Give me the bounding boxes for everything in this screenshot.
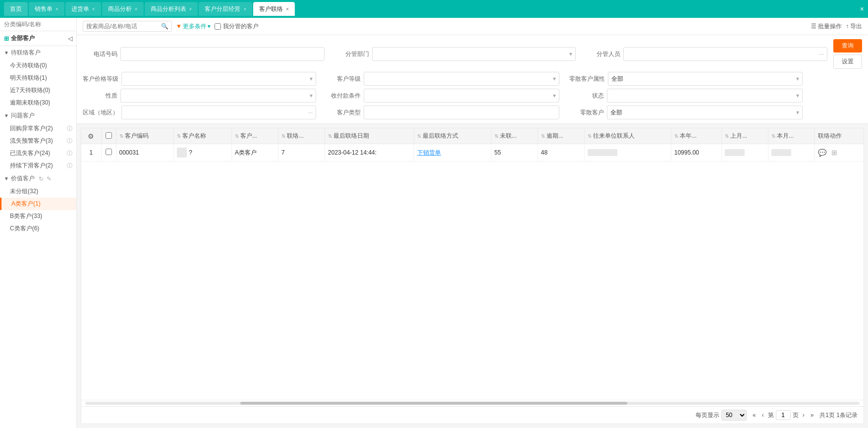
export-button[interactable]: ↑ 导出 xyxy=(846,22,862,31)
sidebar-group-value[interactable]: ▼ 价值客户 ↻ ✎ xyxy=(0,172,76,185)
contact-action-more-icon[interactable]: ⊞ xyxy=(831,149,837,157)
settings-button[interactable]: 设置 xyxy=(833,54,862,69)
filter-more-button[interactable]: ▼ 更多条件 ▾ xyxy=(176,22,211,31)
filter-search-box[interactable]: 🔍 xyxy=(83,21,172,32)
sidebar-item-c-class[interactable]: C类客户(6) xyxy=(0,222,76,235)
tab-customer-contact-close[interactable]: × xyxy=(286,6,289,12)
sidebar-item-tomorrow-pending[interactable]: 明天待联络(1) xyxy=(0,72,76,84)
tab-goods-analysis-list-close[interactable]: × xyxy=(189,6,192,12)
filter-retail-customer-select[interactable]: 全部 ▾ xyxy=(607,106,803,119)
th-gear[interactable]: ⚙ xyxy=(81,128,101,144)
th-last-month[interactable]: ⇅ 上月... xyxy=(722,128,768,144)
filter-payment-select[interactable]: ▾ xyxy=(364,89,559,103)
th-overdue[interactable]: ⇅ 逾期... xyxy=(538,128,584,144)
my-customers-filter[interactable]: 我分管的客户 xyxy=(215,22,259,31)
tab-purchase-close[interactable]: × xyxy=(92,6,95,12)
sidebar-item-today-pending[interactable]: 今天待联络(0) xyxy=(0,59,76,72)
my-customers-checkbox[interactable] xyxy=(215,23,221,30)
info-icon-2[interactable]: ⓘ xyxy=(67,137,72,145)
th-customer-name[interactable]: ⇅ 客户名称 xyxy=(174,128,232,144)
th-no-contact[interactable]: ⇅ 未联... xyxy=(491,128,538,144)
tab-goods-analysis-close[interactable]: × xyxy=(135,6,138,12)
row-checkbox[interactable] xyxy=(106,149,112,155)
sidebar-item-7days-pending[interactable]: 近7天待联络(0) xyxy=(0,84,76,97)
value-group-refresh[interactable]: ↻ xyxy=(39,175,44,182)
value-group-edit[interactable]: ✎ xyxy=(47,175,52,182)
query-button[interactable]: 查询 xyxy=(833,39,862,53)
th-unit-contact[interactable]: ⇅ 往来单位联系人 xyxy=(584,128,671,144)
sidebar-item-b-class[interactable]: B类客户(33) xyxy=(0,210,76,222)
last-page-button[interactable]: » xyxy=(809,411,816,420)
filter-price-level-select[interactable]: ▾ xyxy=(121,72,316,86)
tab-customer-segment-close[interactable]: × xyxy=(243,6,246,12)
filter-customer-type-input[interactable] xyxy=(364,106,559,119)
tab-goods-analysis-list[interactable]: 商品分析列表 × xyxy=(145,2,198,16)
cell-last-contact-method[interactable]: 下销货单 xyxy=(414,144,491,161)
th-customer-type[interactable]: ⇅ 客户... xyxy=(231,128,278,144)
sidebar-group-problem[interactable]: ▼ 问题客户 xyxy=(0,109,76,122)
th-contact-action[interactable]: 联络动作 xyxy=(815,128,864,144)
cell-customer-code: 000031 xyxy=(116,144,174,161)
sidebar-item-declining[interactable]: 持续下滑客户(2) ⓘ xyxy=(0,160,76,172)
th-last-contact-method[interactable]: ⇅ 最后联络方式 xyxy=(414,128,491,144)
sidebar-group-pending[interactable]: ▼ 待联络客户 xyxy=(0,46,76,59)
sidebar-item-a-class[interactable]: A类客户(1) xyxy=(0,198,76,210)
filter-search-input[interactable] xyxy=(86,23,159,30)
page-number-input[interactable] xyxy=(776,410,791,420)
tab-customer-contact[interactable]: 客户联络 × xyxy=(253,2,295,16)
tab-goods-analysis[interactable]: 商品分析 × xyxy=(102,2,144,16)
last-contact-method-link[interactable]: 下销货单 xyxy=(417,149,441,156)
sidebar-item-churned[interactable]: 已流失客户(24) ⓘ xyxy=(0,147,76,160)
sidebar-all-customers-header: ⊞ 全部客户 ◁ xyxy=(0,31,76,46)
tab-sales-close[interactable]: × xyxy=(55,6,58,12)
sidebar-search-input[interactable] xyxy=(4,21,78,28)
tab-purchase[interactable]: 进货单 × xyxy=(65,2,101,16)
first-page-button[interactable]: « xyxy=(751,411,758,420)
filter-search-icon[interactable]: 🔍 xyxy=(161,23,168,30)
sidebar-collapse-icon[interactable]: ◁ xyxy=(68,35,72,42)
filter-nature-select[interactable]: ▾ xyxy=(120,89,316,103)
th-contact[interactable]: ⇅ 联络... xyxy=(278,128,325,144)
prev-page-button[interactable]: ‹ xyxy=(760,411,766,420)
gear-icon[interactable]: ⚙ xyxy=(88,132,94,140)
batch-ops-button[interactable]: ☰ 批量操作 xyxy=(811,22,842,31)
tab-home[interactable]: 首页 xyxy=(4,2,28,16)
sidebar-item-churn-warning[interactable]: 流失预警客户(3) ⓘ xyxy=(0,135,76,147)
sidebar-search-bar[interactable]: 🔍 xyxy=(0,18,76,31)
scrollbar-thumb[interactable] xyxy=(240,402,628,405)
sidebar-item-unclassified[interactable]: 未分组(32) xyxy=(0,185,76,198)
filter-status-select[interactable]: ▾ xyxy=(607,89,803,103)
info-icon-1[interactable]: ⓘ xyxy=(67,125,72,132)
table-scroll-wrapper[interactable]: ⚙ ⇅ 客户编码 xyxy=(81,128,864,400)
filter-manager-input[interactable]: ··· xyxy=(623,47,827,61)
close-all-button[interactable]: × xyxy=(860,5,864,13)
contact-action-chat-icon[interactable]: 💬 xyxy=(818,149,826,157)
filter-dept-select[interactable]: ▾ xyxy=(372,47,576,61)
scrollbar-track[interactable] xyxy=(85,402,860,405)
cell-check[interactable] xyxy=(101,144,116,161)
next-page-button[interactable]: › xyxy=(801,411,807,420)
select-all-checkbox[interactable] xyxy=(106,132,112,139)
per-page-selector[interactable]: 每页显示 50 100 200 xyxy=(696,410,747,421)
info-icon-3[interactable]: ⓘ xyxy=(67,150,72,157)
th-this-year[interactable]: ⇅ 本年... xyxy=(671,128,721,144)
th-this-month[interactable]: ⇅ 本月... xyxy=(768,128,815,144)
customer-type-value: A类客户 xyxy=(235,149,257,156)
th-last-contact-date[interactable]: ⇅ 最后联络日期 xyxy=(325,128,414,144)
filter-customer-level-select[interactable]: ▾ xyxy=(364,72,559,86)
info-icon-4[interactable]: ⓘ xyxy=(67,162,72,169)
per-page-select[interactable]: 50 100 200 xyxy=(721,410,747,421)
filter-region-input[interactable]: ··· xyxy=(121,106,316,119)
tab-customer-segment[interactable]: 客户分层经营 × xyxy=(199,2,252,16)
th-customer-code[interactable]: ⇅ 客户编码 xyxy=(116,128,174,144)
sidebar-item-overdue-contact[interactable]: 逾期未联络(30) xyxy=(0,97,76,109)
th-unit-contact-label: 往来单位联系人 xyxy=(593,132,635,140)
filter-retail-attr-select[interactable]: 全部 ▾ xyxy=(608,72,803,86)
filter-phone-input[interactable] xyxy=(120,47,325,61)
th-check[interactable] xyxy=(101,128,116,144)
filter-customer-type: 客户类型 xyxy=(326,106,559,119)
cell-contact-action[interactable]: 💬 ⊞ xyxy=(815,144,864,161)
tab-sales[interactable]: 销售单 × xyxy=(29,2,64,16)
sidebar-item-abnormal-repurchase[interactable]: 回购异常客户(2) ⓘ xyxy=(0,122,76,135)
horizontal-scrollbar[interactable] xyxy=(81,400,864,406)
